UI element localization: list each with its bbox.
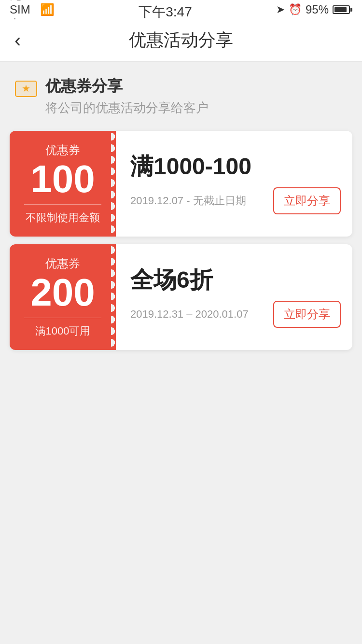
coupon-name-1: 全场6折 xyxy=(130,266,341,294)
wifi-icon: 📶 xyxy=(40,3,55,16)
coupon-amount-0: 100 xyxy=(30,160,95,198)
section-subtitle: 将公司的优惠活动分享给客户 xyxy=(45,99,209,116)
coupon-meta-1: 2019.12.31 – 2020.01.07 立即分享 xyxy=(130,301,341,328)
back-button[interactable]: ‹ xyxy=(14,29,21,51)
coupon-divider-1 xyxy=(24,318,101,318)
coupon-right-0: 满1000-100 2019.12.07 - 无截止日期 立即分享 xyxy=(116,131,352,237)
status-time: 下午3:47 xyxy=(139,3,192,21)
coupon-condition-1: 满1000可用 xyxy=(35,324,91,338)
coupon-list: 优惠券 100 不限制使用金额 满1000-100 2019.12.07 - 无… xyxy=(0,126,362,360)
coupon-name-0: 满1000-100 xyxy=(130,153,341,181)
coupon-date-0: 2019.12.07 - 无截止日期 xyxy=(130,194,246,208)
nav-title: 优惠活动分享 xyxy=(129,28,233,52)
share-button-0[interactable]: 立即分享 xyxy=(273,187,341,214)
share-button-1[interactable]: 立即分享 xyxy=(273,301,341,328)
svg-text:★: ★ xyxy=(22,83,30,94)
coupon-card: 优惠券 100 不限制使用金额 满1000-100 2019.12.07 - 无… xyxy=(10,131,352,237)
coupon-right-1: 全场6折 2019.12.31 – 2020.01.07 立即分享 xyxy=(116,244,352,350)
section-header: ★ 优惠券分享 将公司的优惠活动分享给客户 xyxy=(0,62,362,126)
section-text: 优惠券分享 将公司的优惠活动分享给客户 xyxy=(45,76,209,116)
coupon-label-0: 优惠券 xyxy=(45,142,80,158)
coupon-left-1: 优惠券 200 满1000可用 xyxy=(10,244,116,350)
coupon-card: 优惠券 200 满1000可用 全场6折 2019.12.31 – 2020.0… xyxy=(10,244,352,350)
coupon-left-0: 优惠券 100 不限制使用金额 xyxy=(10,131,116,237)
coupon-amount-1: 200 xyxy=(30,273,95,312)
alarm-icon: ⏰ xyxy=(289,3,302,16)
coupon-condition-0: 不限制使用金额 xyxy=(26,210,100,225)
coupon-divider-0 xyxy=(24,204,101,205)
status-right: ➤ ⏰ 95% xyxy=(276,3,352,16)
battery-percent: 95% xyxy=(306,3,329,16)
battery-icon xyxy=(333,5,352,14)
coupon-label-1: 优惠券 xyxy=(45,256,80,271)
coupon-meta-0: 2019.12.07 - 无截止日期 立即分享 xyxy=(130,187,341,214)
section-title: 优惠券分享 xyxy=(45,76,209,97)
coupon-date-1: 2019.12.31 – 2020.01.07 xyxy=(130,308,249,321)
status-bar: 无 SIM 卡 📶 下午3:47 ➤ ⏰ 95% xyxy=(0,0,362,19)
nav-bar: ‹ 优惠活动分享 xyxy=(0,19,362,62)
coupon-share-icon: ★ xyxy=(14,77,38,100)
location-icon: ➤ xyxy=(276,3,285,16)
